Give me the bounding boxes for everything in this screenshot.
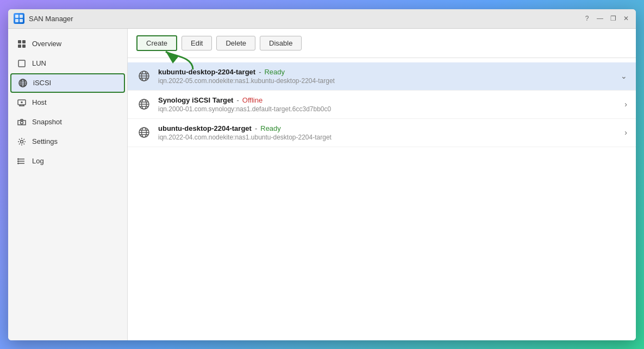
sidebar-item-snapshot-label: Snapshot	[32, 118, 62, 126]
list-item-content-kubuntu: kubuntu-desktop-2204-target - Ready iqn.…	[158, 68, 615, 85]
svg-rect-14	[18, 100, 26, 105]
list-item[interactable]: ubuntu-desktop-2204-target - Ready iqn.2…	[128, 119, 636, 147]
list-item-content-synology: Synology iSCSI Target - Offline iqn.2000…	[158, 96, 619, 113]
main-window: SAN Manager ? — ❐ ✕ Overview	[8, 9, 636, 340]
target-name-ubuntu: ubuntu-desktop-2204-target	[158, 124, 252, 132]
sidebar-item-lun[interactable]: LUN	[8, 54, 127, 73]
window-controls: ? — ❐ ✕	[583, 14, 630, 23]
sidebar-item-log[interactable]: Log	[8, 151, 127, 171]
chevron-right-icon-ubuntu: ›	[619, 128, 627, 137]
svg-rect-2	[15, 19, 18, 22]
create-button[interactable]: Create	[136, 35, 177, 51]
target-iqn-ubuntu: iqn.2022-04.com.nodekite:nas1.ubuntu-des…	[158, 134, 619, 141]
sidebar-item-host-label: Host	[32, 98, 47, 106]
list-item-title-synology: Synology iSCSI Target - Offline	[158, 96, 619, 104]
svg-point-25	[18, 161, 19, 162]
svg-rect-7	[22, 45, 26, 48]
sidebar-item-settings-label: Settings	[32, 137, 58, 145]
grid-icon	[17, 39, 27, 49]
list-item[interactable]: kubuntu-desktop-2204-target - Ready iqn.…	[128, 62, 636, 91]
sidebar-item-log-label: Log	[32, 157, 44, 165]
list-item-title-ubuntu: ubuntu-desktop-2204-target - Ready	[158, 124, 619, 132]
svg-point-18	[21, 101, 22, 103]
globe-icon	[18, 78, 28, 88]
svg-rect-0	[15, 15, 18, 18]
edit-button[interactable]: Edit	[182, 36, 212, 50]
sidebar-item-iscsi[interactable]: iSCSI	[10, 73, 125, 93]
svg-rect-1	[20, 15, 23, 18]
list-item[interactable]: Synology iSCSI Target - Offline iqn.2000…	[128, 91, 636, 119]
target-icon-synology	[136, 97, 152, 112]
svg-point-26	[18, 163, 19, 164]
sidebar-item-iscsi-label: iSCSI	[33, 79, 51, 87]
window-title: SAN Manager	[29, 15, 583, 23]
main-content: Create Edit Delete Disable	[128, 29, 636, 340]
list-icon	[17, 156, 27, 166]
svg-rect-4	[18, 40, 21, 43]
sidebar: Overview LUN	[8, 29, 128, 340]
help-button[interactable]: ?	[583, 14, 591, 23]
target-status-ubuntu: Ready	[260, 124, 281, 132]
svg-rect-6	[18, 45, 21, 48]
sidebar-item-snapshot[interactable]: Snapshot	[8, 112, 127, 132]
chevron-down-icon-kubuntu: ⌄	[615, 72, 627, 80]
target-name-kubuntu: kubuntu-desktop-2204-target	[158, 68, 255, 76]
sidebar-item-host[interactable]: Host	[8, 93, 127, 112]
camera-icon	[17, 117, 27, 127]
target-icon-kubuntu	[136, 68, 152, 84]
gear-icon	[17, 137, 27, 147]
disable-button[interactable]: Disable	[260, 36, 302, 50]
target-status-kubuntu: Ready	[264, 68, 285, 76]
svg-rect-5	[22, 40, 26, 43]
svg-point-24	[18, 158, 19, 160]
target-iqn-synology: iqn.2000-01.com.synology:nas1.default-ta…	[158, 105, 619, 113]
minimize-button[interactable]: —	[596, 14, 604, 23]
square-icon	[17, 59, 27, 68]
toolbar: Create Edit Delete Disable	[128, 29, 636, 58]
titlebar: SAN Manager ? — ❐ ✕	[8, 9, 636, 29]
app-icon	[14, 13, 24, 24]
svg-point-19	[21, 121, 23, 124]
svg-rect-8	[18, 60, 25, 67]
restore-button[interactable]: ❐	[609, 14, 617, 23]
list-item-title-kubuntu: kubuntu-desktop-2204-target - Ready	[158, 68, 615, 76]
sidebar-item-overview[interactable]: Overview	[8, 34, 127, 54]
delete-button[interactable]: Delete	[216, 36, 255, 50]
chevron-right-icon-synology: ›	[619, 100, 627, 109]
host-icon	[17, 98, 27, 107]
content-area: Overview LUN	[8, 29, 636, 340]
target-name-synology: Synology iSCSI Target	[158, 96, 233, 104]
svg-point-20	[21, 140, 23, 143]
svg-rect-3	[20, 19, 23, 22]
list-item-content-ubuntu: ubuntu-desktop-2204-target - Ready iqn.2…	[158, 124, 619, 141]
target-icon-ubuntu	[136, 125, 152, 140]
target-iqn-kubuntu: iqn.2022-05.com.nodekite:nas1.kubuntu-de…	[158, 77, 615, 85]
sidebar-item-lun-label: LUN	[32, 59, 46, 67]
target-list: kubuntu-desktop-2204-target - Ready iqn.…	[128, 58, 636, 340]
sidebar-item-overview-label: Overview	[32, 40, 61, 48]
close-button[interactable]: ✕	[622, 14, 630, 23]
sidebar-item-settings[interactable]: Settings	[8, 132, 127, 151]
target-status-synology: Offline	[242, 96, 262, 104]
